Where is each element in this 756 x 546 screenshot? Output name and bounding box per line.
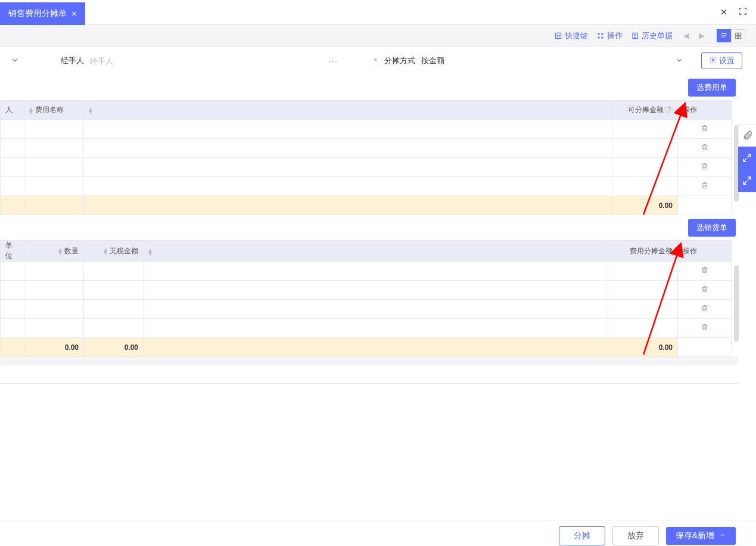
- total-row: 0.00: [1, 196, 732, 215]
- close-icon[interactable]: ×: [720, 5, 727, 19]
- col-blank2[interactable]: ▴▾: [144, 241, 606, 262]
- chevron-up-icon: [719, 531, 726, 541]
- handler-input[interactable]: [90, 57, 316, 66]
- total-row: 0.00 0.00 0.00: [1, 338, 732, 357]
- table-row[interactable]: [1, 177, 732, 196]
- chevron-left-icon[interactable]: ◀: [683, 31, 689, 40]
- operate-label: 操作: [607, 30, 623, 41]
- view-list-icon[interactable]: [717, 29, 731, 42]
- col-notax[interactable]: ▴▾无税金额: [84, 241, 144, 262]
- discard-button[interactable]: 放弃: [612, 526, 659, 545]
- trash-icon[interactable]: [701, 266, 709, 274]
- col-op: 操作: [678, 101, 732, 120]
- method-select[interactable]: 按金额: [421, 55, 670, 66]
- col-fee-name[interactable]: ▴▾费用名称: [24, 101, 84, 120]
- form-row: 经手人 ··· * 分摊方式 按金额 设置: [0, 46, 756, 75]
- sales-table: 单位 ▴▾数量 ▴▾无税金额 ▴▾ 费用分摊金额 操作 0.00 0.00 0.…: [0, 240, 732, 357]
- handler-label: 经手人: [61, 55, 84, 66]
- operate-link[interactable]: 操作: [596, 30, 623, 41]
- chevron-right-icon[interactable]: ▶: [699, 31, 705, 40]
- help-icon[interactable]: ?: [665, 106, 673, 113]
- spacer: [0, 357, 738, 365]
- table-row[interactable]: [1, 300, 732, 319]
- col-unit[interactable]: 单位: [1, 241, 24, 262]
- svg-point-3: [598, 36, 599, 38]
- trash-icon[interactable]: [701, 162, 709, 170]
- settings-label: 设置: [719, 55, 735, 66]
- fee-table: 人 ▴▾费用名称 ▴▾ 可分摊金额? 操作 0.00: [0, 100, 732, 215]
- total-fee-alloc: 0.00: [606, 338, 678, 357]
- svg-point-4: [602, 36, 603, 38]
- view-grid-icon[interactable]: [731, 29, 745, 42]
- svg-point-10: [712, 59, 714, 61]
- select-sales-button[interactable]: 选销货单: [688, 219, 736, 237]
- trash-icon[interactable]: [701, 304, 709, 312]
- table-row[interactable]: [1, 139, 732, 158]
- table-row[interactable]: [1, 319, 732, 338]
- svg-point-1: [598, 33, 599, 34]
- table-row[interactable]: [1, 158, 732, 177]
- chevron-down-icon[interactable]: [11, 56, 19, 66]
- shortcut-link[interactable]: 快捷键: [554, 30, 588, 41]
- col-alloc-amount[interactable]: 可分摊金额?: [612, 101, 678, 120]
- col-op2: 操作: [678, 241, 732, 262]
- svg-rect-6: [735, 33, 738, 35]
- expand-icon[interactable]: [738, 147, 756, 169]
- trash-icon[interactable]: [701, 285, 709, 293]
- close-icon[interactable]: ×: [71, 9, 77, 18]
- more-icon[interactable]: ···: [322, 57, 344, 66]
- col-qty[interactable]: ▴▾数量: [24, 241, 84, 262]
- scrollbar[interactable]: [734, 265, 739, 342]
- history-label: 历史单据: [642, 30, 673, 41]
- save-new-label: 保存&新增: [676, 531, 714, 541]
- trash-icon[interactable]: [701, 143, 709, 151]
- history-link[interactable]: 历史单据: [631, 30, 673, 41]
- select-fee-button[interactable]: 选费用单: [688, 79, 736, 97]
- expand-icon[interactable]: [738, 169, 756, 192]
- fullscreen-icon[interactable]: [738, 7, 748, 18]
- settings-button[interactable]: 设置: [701, 52, 742, 69]
- total-qty: 0.00: [24, 338, 84, 357]
- col-person[interactable]: 人: [1, 101, 24, 120]
- gear-icon: [709, 56, 717, 66]
- svg-rect-9: [739, 36, 741, 38]
- total-alloc-amount: 0.00: [612, 196, 678, 215]
- shortcut-label: 快捷键: [565, 30, 588, 41]
- table-row[interactable]: [1, 262, 732, 281]
- toolbar: 快捷键 操作 历史单据 ◀ ▶: [0, 25, 756, 46]
- attachment-icon[interactable]: [738, 124, 756, 147]
- trash-icon[interactable]: [701, 323, 709, 331]
- svg-rect-8: [735, 36, 738, 38]
- trash-icon[interactable]: [701, 124, 709, 132]
- tab-title: 销售费用分摊单: [8, 8, 67, 19]
- save-new-button[interactable]: 保存&新增: [666, 527, 736, 545]
- chevron-down-icon[interactable]: [675, 56, 683, 66]
- tab-row: 销售费用分摊单 × ×: [0, 0, 756, 25]
- col-fee-alloc[interactable]: 费用分摊金额: [606, 241, 678, 262]
- col-blank[interactable]: ▴▾: [84, 101, 612, 120]
- table-row[interactable]: [1, 281, 732, 300]
- table-row[interactable]: [1, 120, 732, 139]
- svg-rect-7: [739, 33, 741, 35]
- tab-active[interactable]: 销售费用分摊单 ×: [0, 2, 85, 25]
- svg-point-2: [602, 33, 603, 34]
- required-icon: *: [374, 57, 377, 66]
- total-notax: 0.00: [84, 338, 144, 357]
- method-label: 分摊方式: [384, 55, 415, 66]
- trash-icon[interactable]: [701, 181, 709, 190]
- footer: 分摊 放弃 保存&新增: [0, 520, 756, 546]
- allocate-button[interactable]: 分摊: [559, 526, 605, 545]
